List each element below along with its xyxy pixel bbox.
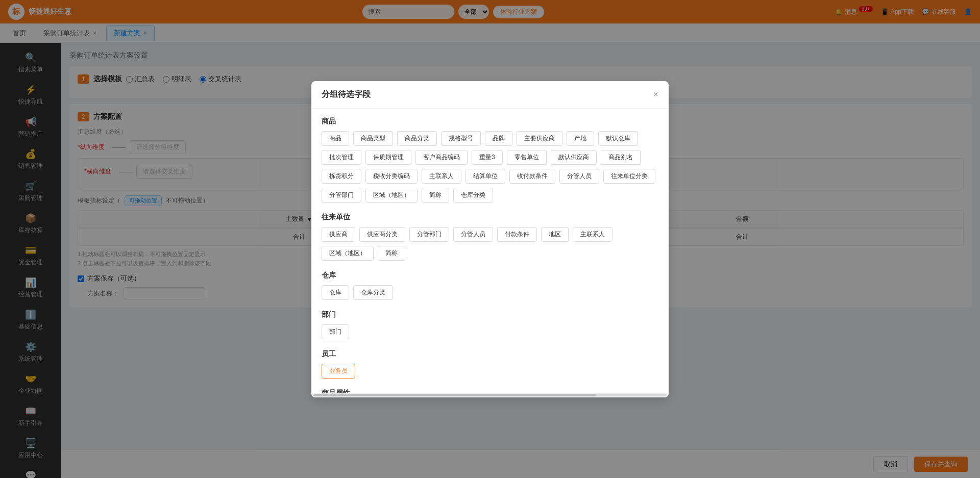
field-expiry-mgmt[interactable]: 保质期管理 (365, 150, 411, 165)
field-retail-unit[interactable]: 零售单位 (507, 150, 547, 165)
category-partner-title: 往来单位 (322, 213, 658, 222)
field-short-name[interactable]: 简称 (422, 188, 449, 203)
category-department-title: 部门 (322, 310, 658, 319)
field-department[interactable]: 部门 (322, 324, 349, 339)
field-manager[interactable]: 分管人员 (559, 169, 599, 184)
field-dept[interactable]: 分管部门 (322, 188, 361, 203)
category-partner-tags: 供应商 供应商分类 分管部门 分管人员 付款条件 地区 主联系人 区域（地区） … (322, 227, 658, 261)
modal-body: 商品 商品 商品类型 商品分类 规格型号 品牌 主要供应商 产地 默认仓库 批次… (311, 109, 669, 393)
field-goods-alias[interactable]: 商品别名 (601, 150, 641, 165)
category-goods: 商品 商品 商品类型 商品分类 规格型号 品牌 主要供应商 产地 默认仓库 批次… (322, 117, 658, 203)
category-goods-title: 商品 (322, 117, 658, 126)
field-main-supplier[interactable]: 主要供应商 (517, 131, 562, 146)
field-origin[interactable]: 产地 (567, 131, 594, 146)
field-supplier[interactable]: 供应商 (322, 227, 355, 242)
category-staff-tags: 业务员 (322, 364, 658, 379)
field-default-supplier[interactable]: 默认供应商 (551, 150, 597, 165)
category-goods-attr: 商品属性 属性 颜色 多规格 尺码 鞋码 1 (322, 389, 658, 393)
field-partner-category[interactable]: 往来单位分类 (603, 169, 655, 184)
modal-header: 分组待选字段 × (311, 81, 669, 109)
category-warehouse-tags: 仓库 仓库分类 (322, 285, 658, 300)
modal-dialog: 分组待选字段 × 商品 商品 商品类型 商品分类 规格型号 品牌 主要供应商 产… (311, 81, 669, 397)
field-customer-sku[interactable]: 客户商品编码 (415, 150, 468, 165)
field-goods[interactable]: 商品 (322, 131, 349, 146)
category-department-tags: 部门 (322, 324, 658, 339)
field-pick-score[interactable]: 拣货积分 (322, 169, 361, 184)
field-dept-partner[interactable]: 分管部门 (409, 227, 449, 242)
category-warehouse: 仓库 仓库 仓库分类 (322, 271, 658, 300)
category-warehouse-title: 仓库 (322, 271, 658, 280)
field-short-name-partner[interactable]: 简称 (378, 246, 405, 261)
category-goods-attr-title: 商品属性 (322, 389, 658, 393)
field-main-contact[interactable]: 主联系人 (422, 169, 461, 184)
field-manager-partner[interactable]: 分管人员 (453, 227, 493, 242)
field-payment-terms[interactable]: 收付款条件 (509, 169, 555, 184)
modal-overlay: 分组待选字段 × 商品 商品 商品类型 商品分类 规格型号 品牌 主要供应商 产… (0, 0, 980, 478)
field-warehouse[interactable]: 仓库 (322, 285, 349, 300)
field-warehouse-category-goods[interactable]: 仓库分类 (453, 188, 493, 203)
field-batch-mgmt[interactable]: 批次管理 (322, 150, 361, 165)
field-main-contact-partner[interactable]: 主联系人 (573, 227, 612, 242)
field-weight3[interactable]: 重量3 (472, 150, 503, 165)
category-department: 部门 部门 (322, 310, 658, 339)
field-goods-type[interactable]: 商品类型 (353, 131, 393, 146)
field-spec-model[interactable]: 规格型号 (441, 131, 481, 146)
field-default-warehouse[interactable]: 默认仓库 (598, 131, 638, 146)
field-area[interactable]: 地区 (541, 227, 569, 242)
modal-title: 分组待选字段 (322, 89, 371, 100)
field-tax-code[interactable]: 税收分类编码 (365, 169, 418, 184)
modal-close-btn[interactable]: × (653, 89, 658, 100)
field-settlement-unit[interactable]: 结算单位 (465, 169, 505, 184)
field-goods-category[interactable]: 商品分类 (397, 131, 437, 146)
field-salesperson[interactable]: 业务员 (322, 364, 355, 379)
category-staff: 员工 业务员 (322, 349, 658, 379)
category-staff-title: 员工 (322, 349, 658, 359)
field-pay-terms[interactable]: 付款条件 (497, 227, 537, 242)
field-brand[interactable]: 品牌 (485, 131, 512, 146)
field-warehouse-category[interactable]: 仓库分类 (353, 285, 393, 300)
field-region-goods[interactable]: 区域（地区） (365, 188, 418, 203)
category-partner: 往来单位 供应商 供应商分类 分管部门 分管人员 付款条件 地区 主联系人 区域… (322, 213, 658, 261)
field-region-partner[interactable]: 区域（地区） (322, 246, 374, 261)
category-goods-tags: 商品 商品类型 商品分类 规格型号 品牌 主要供应商 产地 默认仓库 批次管理 … (322, 131, 658, 203)
field-supplier-category[interactable]: 供应商分类 (359, 227, 405, 242)
